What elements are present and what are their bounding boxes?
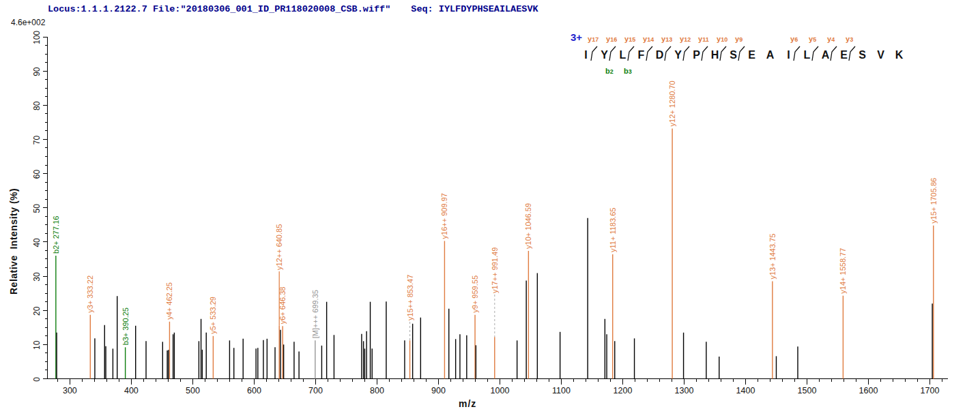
y-ion-tag: y16 [606, 35, 617, 43]
y-ion-tag: y17 [588, 35, 599, 43]
x-tick-label: 1700 [921, 386, 940, 395]
y-ion-tag: y9 [735, 35, 743, 43]
fragment-divider-icon [829, 46, 837, 62]
y-ion-tag: y14 [643, 35, 654, 43]
peak-label: y12+ 1280.70 [668, 80, 676, 126]
peptide-sequence-annotation: Iy17 Yy16 b2Ly15 b3Fy14 Dy13 Yy12 Py11 H… [577, 48, 908, 63]
amino-acid-letter: P [693, 49, 700, 61]
x-axis-title: m/z [459, 398, 476, 409]
amino-acid-letter: E [748, 49, 755, 61]
spectrum-viewer-window: Locus:1.1.1.2122.7 File:"20180306_001_ID… [0, 0, 980, 420]
x-tick-label: 1100 [552, 386, 571, 395]
amino-acid-letter: L [804, 49, 811, 61]
y-tick-label: 0 [32, 377, 42, 382]
fragment-divider-icon [792, 46, 801, 62]
amino-acid-letter: E [840, 49, 848, 61]
y-ion-tag: y12 [680, 35, 691, 43]
x-tick-label: 1000 [491, 386, 510, 395]
fragment-divider-icon [663, 46, 672, 62]
residue-V: V [871, 48, 890, 63]
residue-K: K [890, 48, 908, 63]
peak-label: [M]+++ 699.35 [311, 290, 319, 338]
b-ion-tag: b3 [624, 67, 632, 75]
amino-acid-letter: L [620, 49, 626, 61]
peak-label: y4+ 462.25 [165, 282, 173, 320]
peak-label: y15+ 1705.86 [929, 178, 938, 224]
peak-label: y5+ 533.29 [209, 297, 217, 334]
peak-label: y9+ 959.55 [471, 275, 479, 313]
fragment-divider-icon [608, 46, 616, 62]
amino-acid-letter: Y [674, 49, 682, 61]
peak-label: y13+ 1443.75 [768, 234, 777, 280]
y-tick-label: 70 [32, 135, 42, 145]
peak-label: y16++ 909.97 [440, 193, 448, 239]
y-tick-label: 30 [32, 272, 42, 282]
amino-acid-letter: H [711, 49, 719, 61]
amino-acid-letter: I [584, 49, 587, 61]
y-ion-tag: y13 [661, 35, 672, 43]
x-tick-label: 600 [247, 386, 261, 395]
fragment-divider-icon [700, 46, 708, 62]
y-ion-tag: y15 [624, 35, 635, 43]
peak-label: y15++ 853.47 [406, 275, 414, 320]
x-tick-label: 900 [431, 386, 446, 395]
fragment-divider-icon [848, 46, 856, 62]
y-ion-tag: y10 [717, 35, 727, 43]
x-tick-label: 300 [63, 386, 77, 395]
x-tick-label: 1300 [675, 386, 694, 395]
amino-acid-letter: F [638, 49, 645, 61]
peak-label: b2+ 277.16 [52, 216, 60, 254]
peak-label: y11+ 1183.65 [609, 208, 617, 252]
amino-acid-letter: I [787, 49, 790, 61]
fragment-divider-icon [737, 46, 745, 62]
x-tick-label: 500 [186, 386, 200, 395]
amino-acid-letter: Y [601, 49, 608, 61]
precursor-charge-label: 3+ [571, 31, 582, 43]
y-tick-label: 80 [32, 101, 42, 110]
amino-acid-letter: V [877, 49, 884, 61]
fragment-divider-icon [719, 46, 727, 62]
x-tick-label: 1200 [614, 386, 633, 395]
peak-label: y10+ 1046.59 [524, 203, 532, 249]
amino-acid-letter: A [766, 49, 775, 61]
x-tick-label: 400 [124, 386, 139, 395]
peak-label: y17++ 991.49 [491, 247, 499, 293]
y-ion-tag: y11 [698, 35, 709, 43]
x-tick-label: 1400 [736, 386, 755, 395]
y-tick-label: 100 [32, 31, 42, 44]
y-ion-tag: y6 [790, 35, 798, 43]
residue-S: y3 S [853, 48, 871, 63]
amino-acid-letter: S [730, 49, 737, 61]
y-tick-label: 60 [32, 170, 42, 179]
residue-A: A [761, 48, 779, 63]
fragment-divider-icon [645, 46, 653, 62]
amino-acid-letter: D [656, 49, 664, 61]
y-ion-tag: y3 [846, 35, 853, 43]
peak-label: y14+ 1558.77 [839, 248, 847, 294]
y-ion-tag: y4 [827, 35, 835, 43]
y-tick-label: 20 [32, 306, 42, 316]
residue-E: y9 E [743, 48, 761, 63]
y-tick-label: 50 [32, 204, 42, 213]
fragment-divider-icon [811, 46, 819, 62]
y-tick-label: 90 [32, 67, 42, 76]
fragment-divider-icon [626, 46, 635, 62]
amino-acid-letter: K [895, 49, 904, 61]
x-tick-label: 1600 [859, 386, 878, 395]
fragment-divider-icon [590, 46, 598, 62]
peak-label: b3+ 390.25 [121, 308, 130, 345]
x-tick-label: 1500 [798, 386, 817, 395]
x-tick-label: 700 [308, 386, 323, 395]
amino-acid-letter: A [822, 49, 830, 61]
peak-label: y12++ 640.85 [275, 224, 283, 270]
y-ion-tag: y5 [809, 35, 816, 43]
y-tick-label: 40 [32, 238, 42, 247]
y-tick-label: 10 [32, 340, 42, 350]
x-tick-label: 800 [370, 386, 384, 395]
peak-label: y3+ 333.22 [86, 275, 94, 313]
b-ion-tag: b2 [605, 67, 614, 75]
fragment-divider-icon [682, 46, 690, 62]
amino-acid-letter: S [859, 49, 866, 61]
spectrum-plot: 0102030405060708090100300400500600700800… [0, 0, 980, 420]
peak-label: y6+ 646.38 [278, 287, 287, 325]
